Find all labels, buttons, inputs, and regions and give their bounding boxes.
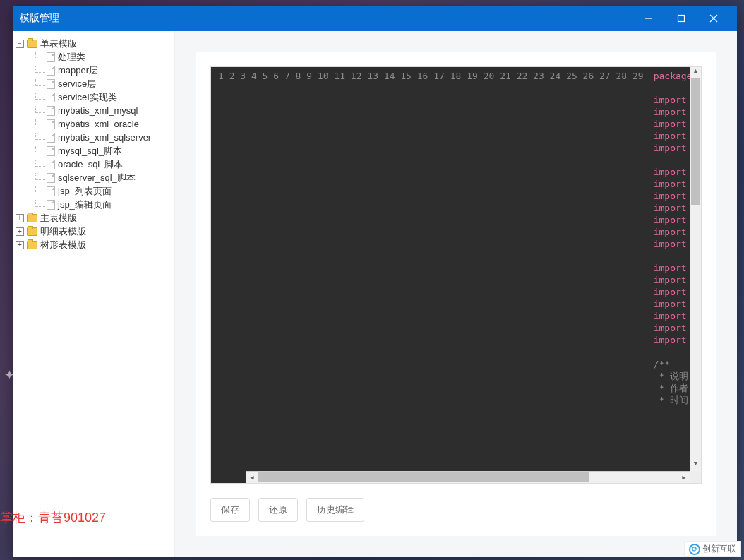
svg-rect-1: [678, 16, 685, 22]
tree-item-label: 处理类: [58, 51, 85, 64]
tree-item-label: sqlserver_sql_脚本: [58, 172, 136, 184]
watermark-text: 掌柜：青苔901027: [0, 509, 106, 526]
file-icon: [47, 119, 55, 129]
tree-folder-label: 树形表模版: [40, 239, 86, 251]
folder-icon: [27, 241, 37, 249]
tree-item-label: jsp_编辑页面: [58, 198, 112, 211]
tree-item[interactable]: jsp_编辑页面: [16, 198, 172, 211]
minimize-button[interactable]: [632, 6, 665, 31]
restore-button[interactable]: 还原: [258, 498, 298, 522]
tree-item-label: service层: [58, 78, 96, 90]
tree-folder[interactable]: +主表模版: [16, 211, 172, 225]
file-icon: [47, 66, 55, 76]
scroll-down-arrow[interactable]: ▼: [690, 460, 701, 471]
file-icon: [47, 106, 55, 116]
vertical-scroll-thumb[interactable]: [691, 78, 700, 205]
maximize-button[interactable]: [665, 6, 697, 31]
horizontal-scrollbar[interactable]: ◀ ▶: [246, 471, 690, 483]
tree-item-label: mybatis_xml_sqlserver: [58, 132, 151, 143]
line-gutter: 1 2 3 4 5 6 7 8 9 10 11 12 13 14 15 16 1…: [211, 67, 649, 483]
main-panel: 1 2 3 4 5 6 7 8 9 10 11 12 13 14 15 16 1…: [175, 31, 737, 557]
tree-item[interactable]: serviceI实现类: [16, 90, 172, 104]
file-icon: [47, 133, 55, 143]
file-icon: [47, 79, 55, 89]
close-button[interactable]: [697, 6, 730, 31]
expand-icon[interactable]: +: [16, 227, 24, 236]
code-editor[interactable]: 1 2 3 4 5 6 7 8 9 10 11 12 13 14 15 16 1…: [211, 67, 701, 483]
file-icon: [47, 200, 55, 210]
collapse-icon[interactable]: −: [16, 40, 24, 48]
horizontal-scroll-thumb[interactable]: [258, 472, 589, 482]
folder-icon: [27, 214, 37, 222]
window: 模版管理 −单表模版处理类mapper层service层serviceI实现类m…: [13, 6, 737, 557]
file-icon: [47, 173, 55, 183]
expand-icon[interactable]: +: [16, 214, 24, 222]
tree-item[interactable]: mysql_sql_脚本: [16, 144, 172, 157]
tree-item[interactable]: sqlserver_sql_脚本: [16, 171, 172, 184]
tree-item[interactable]: mapper层: [16, 64, 172, 77]
scroll-right-arrow[interactable]: ▶: [678, 472, 690, 483]
tree-folder[interactable]: +树形表模版: [16, 238, 172, 251]
tree-item[interactable]: service层: [16, 77, 172, 90]
editor-wrap: 1 2 3 4 5 6 7 8 9 10 11 12 13 14 15 16 1…: [210, 66, 702, 484]
window-title: 模版管理: [20, 12, 632, 25]
brand-badge: ⟳ 创新互联: [684, 541, 741, 557]
tree-item[interactable]: oracle_sql_脚本: [16, 157, 172, 171]
scroll-up-arrow[interactable]: ▲: [690, 67, 701, 78]
tree-folder-label: 明细表模版: [40, 225, 86, 238]
file-icon: [47, 186, 55, 196]
tree-item[interactable]: mybatis_xml_mysql: [16, 104, 172, 117]
file-icon: [47, 160, 55, 169]
tree-item[interactable]: jsp_列表页面: [16, 184, 172, 198]
expand-icon[interactable]: +: [16, 241, 24, 249]
tree-item-label: mybatis_xml_mysql: [58, 105, 138, 116]
brand-logo-icon: ⟳: [689, 544, 700, 555]
tree-item-label: mybatis_xml_oracle: [58, 119, 139, 129]
vertical-scrollbar[interactable]: ▲ ▼: [690, 67, 701, 471]
folder-icon: [27, 227, 37, 236]
window-body: −单表模版处理类mapper层service层serviceI实现类mybati…: [13, 31, 737, 557]
toolbar: 保存 还原 历史编辑: [210, 498, 702, 522]
tree-folder-label: 主表模版: [40, 212, 77, 225]
sidebar-tree[interactable]: −单表模版处理类mapper层service层serviceI实现类mybati…: [13, 31, 175, 557]
tree-item-label: mapper层: [58, 64, 98, 77]
titlebar[interactable]: 模版管理: [13, 6, 737, 31]
tree-item[interactable]: mybatis_xml_oracle: [16, 117, 172, 131]
file-icon: [47, 93, 55, 102]
brand-label: 创新互联: [702, 543, 736, 555]
tree-folder[interactable]: −单表模版: [16, 37, 172, 50]
tree-folder[interactable]: +明细表模版: [16, 225, 172, 238]
tree-item-label: oracle_sql_脚本: [58, 158, 124, 171]
folder-icon: [27, 40, 37, 48]
window-controls: [632, 6, 730, 31]
file-icon: [47, 146, 55, 156]
save-button[interactable]: 保存: [210, 498, 250, 522]
tree-item-label: serviceI实现类: [58, 91, 117, 104]
tree-item-label: jsp_列表页面: [58, 185, 112, 198]
tree-item[interactable]: mybatis_xml_sqlserver: [16, 131, 172, 144]
file-icon: [47, 52, 55, 62]
tree-item-label: mysql_sql_脚本: [58, 145, 122, 157]
scroll-left-arrow[interactable]: ◀: [246, 472, 258, 483]
history-button[interactable]: 历史编辑: [306, 498, 364, 522]
tree-folder-label: 单表模版: [40, 37, 77, 50]
scroll-corner: [690, 471, 701, 483]
tree-item[interactable]: 处理类: [16, 50, 172, 64]
editor-card: 1 2 3 4 5 6 7 8 9 10 11 12 13 14 15 16 1…: [196, 52, 716, 536]
